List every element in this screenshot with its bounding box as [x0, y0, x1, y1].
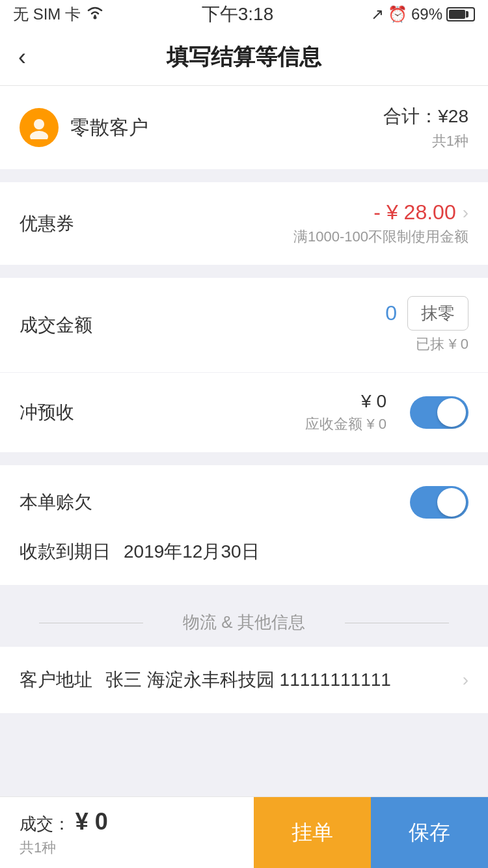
bottom-summary: 成交： ¥ 0 共1种 [0, 808, 254, 858]
deal-section: 成交金额 0 抹零 已抹 ¥ 0 冲预收 ¥ 0 应收金额 ¥ 0 [0, 278, 488, 452]
due-date-label: 收款到期日 [20, 539, 111, 564]
round-zero-button[interactable]: 抹零 [407, 296, 468, 331]
location-icon: ↗ [371, 5, 384, 23]
page-title: 填写结算等信息 [167, 42, 321, 72]
carrier-text: 无 SIM 卡 [13, 4, 81, 25]
bottom-deal-amount: ¥ 0 [75, 808, 108, 835]
prepay-label: 冲预收 [20, 400, 98, 425]
content: 零散客户 合计：¥28 共1种 优惠券 - ¥ 28.00 › 满1000-10… [0, 86, 488, 798]
deal-amount-label: 成交金额 [20, 313, 98, 338]
logistics-header: 物流 & 其他信息 [0, 598, 488, 647]
svg-point-1 [34, 119, 44, 129]
address-row[interactable]: 客户地址 张三 海淀永丰科技园 11111111111 › [0, 647, 488, 714]
coupon-desc: 满1000-100不限制使用金额 [293, 227, 468, 247]
total-count: 共1种 [383, 131, 468, 151]
prepay-row: 冲预收 ¥ 0 应收金额 ¥ 0 [0, 373, 488, 452]
customer-section: 零散客户 合计：¥28 共1种 [0, 86, 488, 169]
coupon-chevron-icon: › [463, 202, 468, 223]
total-amount: 合计：¥28 [383, 104, 468, 129]
customer-right: 合计：¥28 共1种 [383, 104, 468, 151]
bottom-deal-label: 成交： [20, 814, 70, 834]
prepay-amount: ¥ 0 [361, 391, 386, 412]
address-value: 张三 海淀永丰科技园 11111111111 [105, 668, 463, 692]
logistics-header-text: 物流 & 其他信息 [183, 612, 305, 632]
battery-icon [446, 7, 475, 21]
status-time: 下午3:18 [202, 2, 274, 27]
back-button[interactable]: ‹ [18, 44, 26, 71]
coupon-amount: - ¥ 28.00 [373, 200, 455, 224]
prepay-right-group: ¥ 0 应收金额 ¥ 0 [305, 391, 468, 434]
gap-4 [0, 585, 488, 598]
alarm-icon: ⏰ [388, 5, 407, 23]
toggle-knob [437, 398, 466, 427]
wifi-icon [86, 5, 104, 23]
status-bar: 无 SIM 卡 下午3:18 ↗ ⏰ 69% [0, 0, 488, 29]
customer-name: 零散客户 [70, 115, 148, 141]
prepay-receivable: 应收金额 ¥ 0 [305, 414, 386, 434]
hold-button[interactable]: 挂单 [254, 797, 371, 869]
svg-point-2 [30, 131, 48, 139]
status-left: 无 SIM 卡 [13, 4, 104, 25]
credit-toggle-knob [437, 488, 466, 517]
gap-3 [0, 452, 488, 465]
credit-section: 本单赊欠 收款到期日 2019年12月30日 [0, 465, 488, 585]
gap-2 [0, 265, 488, 278]
status-right: ↗ ⏰ 69% [371, 5, 475, 23]
credit-toggle[interactable] [410, 486, 468, 519]
prepay-values: ¥ 0 应收金额 ¥ 0 [305, 391, 386, 434]
deal-amount-row: 成交金额 0 抹零 已抹 ¥ 0 [0, 278, 488, 373]
deal-amount-right: 0 抹零 已抹 ¥ 0 [371, 296, 468, 354]
prepay-toggle[interactable] [410, 396, 468, 429]
deal-input-row: 0 抹零 [371, 296, 468, 331]
due-date-value: 2019年12月30日 [124, 539, 260, 564]
deal-input[interactable]: 0 [371, 301, 397, 325]
nav-bar: ‹ 填写结算等信息 [0, 29, 488, 86]
coupon-row[interactable]: 优惠券 - ¥ 28.00 › 满1000-100不限制使用金额 [0, 182, 488, 265]
coupon-right: - ¥ 28.00 › 满1000-100不限制使用金额 [293, 200, 468, 247]
bottom-deal-row: 成交： ¥ 0 [20, 808, 234, 835]
bottom-bar: 成交： ¥ 0 共1种 挂单 保存 [0, 796, 488, 868]
deal-erased-text: 已抹 ¥ 0 [416, 334, 468, 354]
credit-row: 本单赊欠 [0, 465, 488, 539]
credit-label: 本单赊欠 [20, 490, 92, 515]
svg-point-0 [94, 16, 97, 20]
customer-avatar [20, 108, 59, 147]
customer-left: 零散客户 [20, 108, 148, 147]
credit-date-row: 收款到期日 2019年12月30日 [0, 539, 488, 585]
bottom-count: 共1种 [20, 838, 234, 858]
coupon-section: 优惠券 - ¥ 28.00 › 满1000-100不限制使用金额 [0, 182, 488, 265]
coupon-label: 优惠券 [20, 211, 98, 236]
address-chevron-icon: › [463, 670, 468, 690]
save-button[interactable]: 保存 [371, 797, 488, 869]
battery-percent: 69% [411, 5, 442, 23]
gap-1 [0, 169, 488, 182]
address-label: 客户地址 [20, 668, 92, 692]
